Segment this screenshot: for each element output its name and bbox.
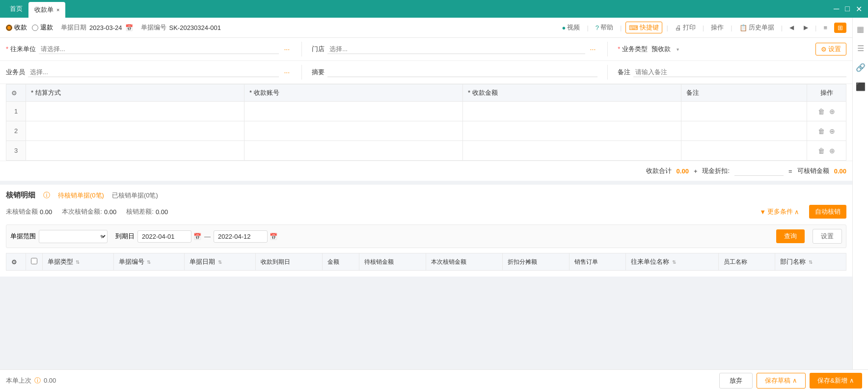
- chevron-up-icon: ∧: [794, 208, 799, 216]
- range-select[interactable]: [39, 230, 108, 243]
- partner-group: 往来单位 ···: [6, 44, 292, 54]
- cal-from-icon[interactable]: 📅: [193, 233, 201, 240]
- filter-settings-btn[interactable]: 设置: [813, 229, 842, 244]
- layout-btn[interactable]: ≡: [820, 23, 830, 32]
- hexiao-info-icon[interactable]: ⓘ: [43, 191, 50, 200]
- copy-icon-2[interactable]: ⊕: [829, 127, 835, 135]
- bottom-info-icon[interactable]: ⓘ: [34, 376, 41, 385]
- total-label: 收款合计: [646, 167, 672, 175]
- save-draft-btn[interactable]: 保存草稿 ∧: [757, 373, 806, 389]
- salesperson-more-btn[interactable]: ···: [282, 68, 292, 76]
- sort-date[interactable]: ⇅: [218, 259, 222, 265]
- nav-tab-home[interactable]: 首页: [4, 0, 28, 18]
- bottom-table: ⚙ 单据类型 ⇅ 单据编号 ⇅ 单据日期 ⇅: [6, 253, 846, 271]
- copy-icon-1[interactable]: ⊕: [829, 108, 835, 115]
- bill-no-label: 单据编号: [141, 23, 166, 32]
- receipt-radio[interactable]: 收款: [6, 23, 27, 32]
- col-dept-header: 部门名称 ⇅: [775, 253, 846, 271]
- col-bill-no-header: 单据编号 ⇅: [113, 253, 185, 271]
- store-input[interactable]: [327, 44, 585, 54]
- due-date-to-input[interactable]: [214, 230, 268, 243]
- panel-icon-3[interactable]: 🔗: [853, 60, 868, 75]
- maximize-btn[interactable]: □: [843, 4, 852, 13]
- table-settings-icon[interactable]: ⚙: [11, 89, 17, 97]
- query-btn[interactable]: 查询: [776, 229, 805, 243]
- done-link[interactable]: 已核销单据(0笔): [112, 191, 158, 200]
- hexiao-header: 核销明细 ⓘ 待核销单据(0笔) 已核销单据(0笔): [6, 191, 846, 200]
- pending-link[interactable]: 待核销单据(0笔): [58, 191, 104, 200]
- panel-icon-1[interactable]: ▦: [854, 22, 867, 37]
- grid-icon: ⊞: [838, 24, 843, 31]
- remarks-cell-3[interactable]: [681, 141, 807, 161]
- bottom-actions: 放弃 保存草稿 ∧ 保存&新增 ∧: [719, 373, 862, 389]
- remarks-input[interactable]: [633, 67, 846, 77]
- amount-cell-1[interactable]: [462, 102, 681, 121]
- nav-tab-receipt[interactable]: 收款单 ×: [28, 2, 65, 18]
- col-pending-header: 待核销金额: [359, 253, 426, 271]
- store-more-btn[interactable]: ···: [588, 45, 598, 53]
- account-cell-2[interactable]: [244, 121, 462, 141]
- help-btn[interactable]: ? 帮助: [593, 22, 616, 33]
- cal-to-icon[interactable]: 📅: [270, 233, 277, 240]
- salesperson-input[interactable]: [28, 67, 279, 77]
- calendar-icon[interactable]: 📅: [125, 24, 133, 31]
- remarks-cell-1[interactable]: [681, 102, 807, 121]
- sort-dept[interactable]: ⇅: [809, 259, 813, 265]
- due-date-from-input[interactable]: [137, 230, 191, 243]
- panel-icon-4[interactable]: ⬛: [853, 79, 868, 94]
- close-tab-icon[interactable]: ×: [56, 7, 59, 13]
- diff-label: 核销差额:: [126, 207, 154, 216]
- right-panel: ▦ ☰ 🔗 ⬛: [852, 18, 868, 391]
- operations-btn[interactable]: 操作: [708, 22, 727, 33]
- row-num-1: 1: [6, 102, 26, 121]
- summary-input[interactable]: [327, 67, 597, 77]
- copy-icon-3[interactable]: ⊕: [829, 147, 835, 155]
- panel-icon-2[interactable]: ☰: [854, 41, 867, 56]
- abandon-btn[interactable]: 放弃: [719, 373, 753, 389]
- date-field: 单据日期 2023-03-24 📅: [61, 23, 133, 32]
- history-btn[interactable]: 📋 历史单据: [736, 22, 777, 33]
- bottom-table-settings-icon[interactable]: ⚙: [11, 258, 17, 266]
- date-label: 单据日期: [61, 23, 86, 32]
- refund-radio[interactable]: 退款: [32, 23, 53, 32]
- close-btn[interactable]: ✕: [854, 4, 864, 14]
- date-value[interactable]: 2023-03-24: [89, 24, 122, 31]
- minimize-btn[interactable]: ─: [832, 4, 841, 13]
- settlement-cell-2[interactable]: [26, 121, 244, 141]
- more-conditions-btn[interactable]: ▼ 更多条件 ∧: [760, 207, 799, 216]
- bill-no-value: SK-20230324-001: [169, 24, 221, 31]
- print-btn[interactable]: 🖨 打印: [672, 22, 699, 33]
- auto-hexiao-btn[interactable]: 自动核销: [809, 205, 846, 219]
- account-cell-3[interactable]: [244, 141, 462, 161]
- business-type-arrow[interactable]: ▾: [677, 47, 679, 52]
- delete-icon-2[interactable]: 🗑: [818, 127, 825, 135]
- delete-icon-3[interactable]: 🗑: [818, 147, 825, 155]
- receipt-refund-toggle: 收款 退款: [6, 23, 53, 32]
- discount-input[interactable]: [734, 166, 784, 176]
- remarks-cell-2[interactable]: [681, 121, 807, 141]
- sort-partner[interactable]: ⇅: [672, 259, 676, 265]
- video-icon: ●: [562, 24, 566, 31]
- shortcut-btn[interactable]: ⌨ 快捷键: [625, 22, 662, 33]
- settings-btn[interactable]: ⚙ 设置: [815, 43, 846, 56]
- partner-input[interactable]: [39, 44, 279, 54]
- grid-btn[interactable]: ⊞: [834, 23, 846, 33]
- prev-btn[interactable]: ◀: [787, 23, 797, 32]
- receipt-tab-label: 收款单: [34, 5, 54, 14]
- account-cell-1[interactable]: [244, 102, 462, 121]
- save-new-btn[interactable]: 保存&新增 ∧: [810, 373, 862, 389]
- settlement-cell-1[interactable]: [26, 102, 244, 121]
- partner-more-btn[interactable]: ···: [282, 45, 292, 53]
- video-btn[interactable]: ● 视频: [559, 22, 583, 33]
- form-row-1: 往来单位 ··· 门店 ··· 业务类型 预收款 ▾ ⚙ 设置: [0, 38, 852, 61]
- section-divider: [0, 181, 852, 185]
- amount-cell-2[interactable]: [462, 121, 681, 141]
- settlement-cell-3[interactable]: [26, 141, 244, 161]
- delete-icon-1[interactable]: 🗑: [818, 108, 825, 115]
- next-btn[interactable]: ▶: [801, 23, 811, 32]
- select-all-checkbox[interactable]: [31, 258, 37, 264]
- sort-bill-type[interactable]: ⇅: [76, 259, 80, 265]
- summary-label: 摘要: [312, 68, 325, 77]
- sort-bill-no[interactable]: ⇅: [147, 259, 151, 265]
- amount-cell-3[interactable]: [462, 141, 681, 161]
